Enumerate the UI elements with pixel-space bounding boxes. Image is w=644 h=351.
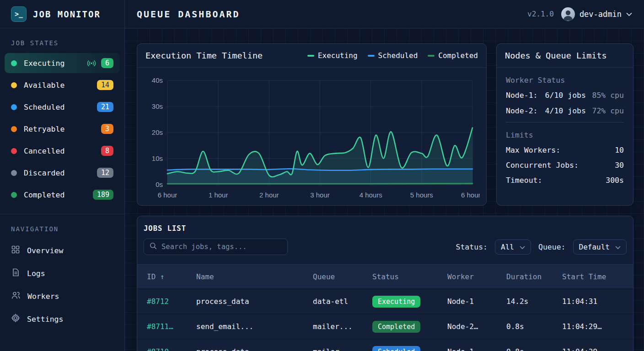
nav-label: Workers — [27, 292, 59, 301]
nav-label: Overview — [27, 246, 63, 255]
column-header-queue[interactable]: Queue — [313, 272, 372, 281]
column-header-status[interactable]: Status — [372, 272, 447, 281]
column-header-start-time[interactable]: Start Time — [562, 272, 633, 281]
limit-value: 10 — [615, 146, 624, 154]
worker-status-list: Node-1:6/10 jobs85% cpuNode-2:4/10 jobs7… — [506, 91, 624, 115]
timeline-panel: Execution Time Timeline ExecutingSchedul… — [137, 43, 487, 206]
svg-text:6 hours: 6 hours — [461, 191, 480, 199]
limit-value: 300s — [606, 176, 624, 185]
job-status-cell: Completed — [372, 321, 447, 333]
nodes-divider — [506, 122, 624, 122]
sidebar-item-retryable[interactable]: Retryable3 — [0, 118, 124, 140]
job-start-time: 11:04:29 — [562, 347, 633, 351]
table-row[interactable]: #8711…send_email...mailer...CompletedNod… — [137, 314, 633, 339]
state-dot — [11, 104, 17, 110]
navigation-list: OverviewLogsWorkersSettings — [0, 239, 124, 330]
sidebar-item-executing[interactable]: Executing6 — [5, 53, 120, 73]
sidebar-item-completed[interactable]: Completed189 — [0, 184, 124, 206]
job-worker: Node-2… — [447, 322, 506, 331]
main-content: Execution Time Timeline ExecutingSchedul… — [125, 28, 644, 351]
legend-item-scheduled[interactable]: Scheduled — [368, 51, 418, 60]
job-id-link[interactable]: #8711… — [147, 322, 196, 331]
sidebar-item-discarded[interactable]: Discarded12 — [0, 162, 124, 184]
svg-text:10s: 10s — [152, 154, 163, 162]
table-header: ID ↑NameQueueStatusWorkerDurationStart T… — [137, 264, 633, 288]
svg-text:6 hour: 6 hour — [158, 191, 177, 199]
legend-swatch — [428, 55, 435, 57]
selected-value: All — [501, 243, 514, 251]
limit-row: Timeout:300s — [506, 176, 624, 185]
column-header-worker[interactable]: Worker — [447, 272, 506, 281]
job-name: send_email... — [196, 322, 313, 331]
worker-jobs: 4/10 jobs — [545, 106, 586, 115]
status-badge: Executing — [372, 296, 420, 308]
legend-item-executing[interactable]: Executing — [307, 51, 358, 60]
state-dot — [11, 82, 17, 88]
sidebar-item-cancelled[interactable]: Cancelled8 — [0, 140, 124, 162]
state-dot — [11, 170, 17, 176]
sidebar-item-settings[interactable]: Settings — [0, 308, 124, 330]
legend-label: Completed — [438, 51, 478, 60]
status-badge: Scheduled — [372, 346, 420, 351]
svg-text:3 hour: 3 hour — [310, 191, 330, 199]
user-name: dev-admin — [580, 10, 622, 19]
worker-status-row: Node-1:6/10 jobs85% cpu — [506, 91, 624, 100]
limit-row: Max Workers:10 — [506, 146, 624, 154]
limit-label: Timeout: — [506, 176, 542, 185]
sidebar-item-scheduled[interactable]: Scheduled21 — [0, 96, 124, 118]
search-input[interactable] — [161, 243, 282, 251]
state-label: Scheduled — [24, 103, 97, 112]
state-dot — [11, 192, 17, 198]
sidebar-item-logs[interactable]: Logs — [0, 262, 124, 285]
live-icon — [86, 60, 97, 67]
sidebar: JOB STATES Executing6Available14Schedule… — [0, 28, 125, 351]
logo: >_ JOB MONITOR — [0, 0, 125, 28]
column-header-duration[interactable]: Duration — [506, 272, 562, 281]
status-filter[interactable]: All — [495, 239, 531, 255]
job-queue: data-etl — [313, 297, 372, 306]
svg-text:0s: 0s — [156, 181, 163, 188]
legend-item-completed[interactable]: Completed — [428, 51, 478, 60]
table-row[interactable]: #8710process_datamailerScheduledNode-10.… — [137, 339, 633, 351]
version-label: v2.1.0 — [527, 10, 554, 18]
nav-label: Settings — [27, 315, 63, 324]
jobs-panel: JOBS LIST Status:AllQueue:Default ID ↑Na… — [137, 216, 633, 351]
state-label: Retryable — [24, 125, 101, 133]
job-duration: 14.2s — [506, 297, 562, 306]
job-start-time: 11:04:29… — [562, 322, 633, 331]
count-badge: 8 — [101, 146, 113, 156]
timeline-chart: 0s10s20s30s40s6 hour1 hour2 hour3 hour4 … — [137, 68, 486, 206]
workers-icon — [11, 291, 21, 302]
status-badge: Completed — [372, 321, 420, 333]
sidebar-item-workers[interactable]: Workers — [0, 285, 124, 308]
job-queue: mailer — [313, 347, 372, 351]
status-filter-label: Status: — [456, 243, 488, 251]
worker-cpu: 85% cpu — [592, 91, 624, 100]
queue-filter-label: Queue: — [538, 243, 566, 251]
limits-heading: Limits — [506, 131, 624, 139]
job-states-heading: JOB STATES — [0, 39, 124, 47]
limits-list: Max Workers:10Concurrent Jobs:30Timeout:… — [506, 146, 624, 185]
user-menu[interactable]: dev-admin — [561, 7, 632, 21]
sidebar-item-available[interactable]: Available14 — [0, 74, 124, 96]
job-start-time: 11:04:31 — [562, 297, 633, 306]
svg-text:2 hour: 2 hour — [259, 191, 279, 199]
svg-text:5 hours: 5 hours — [410, 191, 433, 199]
legend-label: Scheduled — [378, 51, 418, 60]
column-header-name[interactable]: Name — [196, 272, 313, 281]
sidebar-divider — [0, 214, 124, 214]
job-worker: Node-1 — [447, 297, 506, 306]
job-id-link[interactable]: #8710 — [147, 347, 196, 351]
sidebar-item-overview[interactable]: Overview — [0, 239, 124, 262]
job-id-link[interactable]: #8712 — [147, 297, 196, 306]
table-row[interactable]: #8712process_datadata-etlExecutingNode-1… — [137, 288, 633, 314]
job-worker: Node-1 — [447, 347, 506, 351]
search-box — [144, 239, 288, 255]
job-name: process_data — [196, 297, 313, 306]
navigation-heading: NAVIGATION — [0, 225, 124, 233]
selected-value: Default — [579, 243, 610, 251]
column-header-id-sort[interactable]: ID ↑ — [147, 272, 196, 281]
worker-status-heading: Worker Status — [506, 76, 624, 85]
limit-label: Concurrent Jobs: — [506, 161, 579, 170]
queue-filter[interactable]: Default — [573, 239, 627, 255]
